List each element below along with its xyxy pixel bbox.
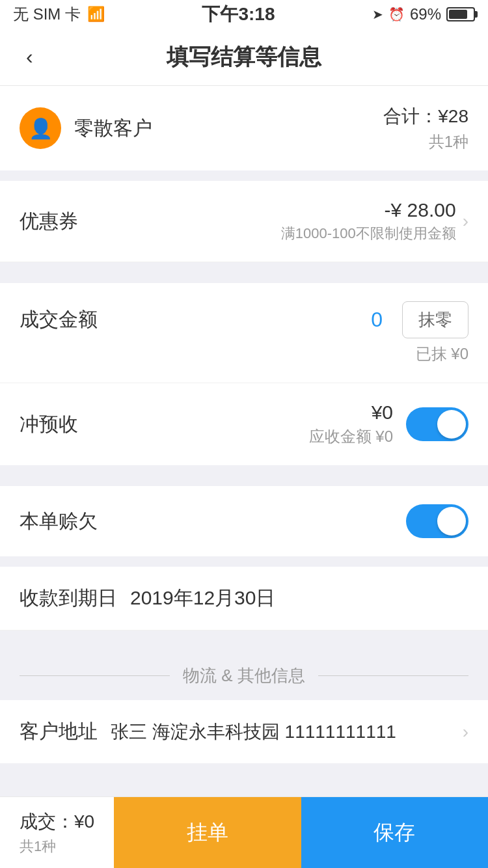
due-date-row: 收款到期日 2019年12月30日: [20, 585, 468, 612]
address-chevron-icon: ›: [463, 722, 468, 742]
divider-line-left: [20, 675, 170, 676]
bottom-deal-label: 成交：: [20, 811, 74, 832]
address-value: 张三 海淀永丰科技园 11111111111: [111, 720, 463, 744]
coupon-row[interactable]: 优惠券 -¥ 28.00 满1000-100不限制使用金额 ›: [0, 181, 488, 262]
sim-status: 无 SIM 卡: [13, 4, 81, 25]
already-rounded: 已抹 ¥0: [20, 344, 468, 364]
wifi-icon: 📶: [87, 6, 105, 23]
prepay-amount: ¥0: [309, 401, 393, 424]
customer-left: 👤 零散客户: [20, 107, 152, 149]
coupon-label: 优惠券: [20, 208, 78, 235]
coupon-desc: 满1000-100不限制使用金额: [281, 224, 456, 243]
location-icon: ➤: [372, 7, 383, 22]
address-section[interactable]: 客户地址 张三 海淀永丰科技园 11111111111 ›: [0, 700, 488, 763]
customer-right: 合计：¥28 共1种: [383, 104, 468, 152]
prepay-toggle[interactable]: [406, 407, 468, 441]
chevron-right-icon: ›: [463, 211, 468, 232]
due-date-section: 收款到期日 2019年12月30日: [0, 567, 488, 631]
due-date-value: 2019年12月30日: [130, 585, 275, 612]
coupon-amount: -¥ 28.00: [281, 199, 456, 221]
prepay-row-inner: 冲预收 ¥0 应收金额 ¥0: [20, 401, 468, 447]
due-date-label: 收款到期日: [20, 585, 117, 612]
customer-name: 零散客户: [74, 115, 152, 142]
bottom-actions: 挂单 保存: [114, 797, 488, 868]
coupon-section[interactable]: 优惠券 -¥ 28.00 满1000-100不限制使用金额 ›: [0, 181, 488, 262]
logistics-label: 物流 & 其他信息: [183, 664, 305, 687]
separator-2: [0, 476, 488, 486]
debit-toggle[interactable]: [406, 504, 468, 538]
content: 👤 零散客户 合计：¥28 共1种 优惠券 -¥ 28.00 满1000-100…: [0, 86, 488, 858]
separator-1: [0, 273, 488, 283]
status-right: ➤ ⏰ 69%: [372, 5, 475, 23]
save-button[interactable]: 保存: [301, 797, 488, 868]
address-label: 客户地址: [20, 718, 98, 745]
prepay-row: 冲预收 ¥0 应收金额 ¥0: [0, 383, 488, 465]
bottom-deal-row: 成交：¥0: [20, 809, 94, 834]
round-button[interactable]: 抹零: [402, 301, 468, 338]
total-count: 共1种: [383, 131, 468, 152]
back-button[interactable]: ‹: [20, 38, 40, 75]
debit-toggle-knob: [437, 507, 466, 536]
status-bar: 无 SIM 卡 📶 下午3:18 ➤ ⏰ 69%: [0, 0, 488, 29]
bottom-bar: 成交：¥0 共1种 挂单 保存: [0, 796, 488, 868]
hold-button[interactable]: 挂单: [114, 797, 301, 868]
status-time: 下午3:18: [202, 2, 275, 27]
prepay-right: ¥0 应收金额 ¥0: [309, 401, 468, 447]
battery-icon: [446, 7, 475, 21]
toggle-knob: [437, 410, 466, 439]
debit-section: 本单赊欠: [0, 486, 488, 556]
total-amount: 合计：¥28: [383, 104, 468, 129]
avatar: 👤: [20, 107, 61, 149]
transaction-amount-row: 成交金额 0 抹零 已抹 ¥0: [0, 283, 488, 383]
avatar-icon: 👤: [29, 117, 53, 140]
alarm-icon: ⏰: [388, 7, 405, 22]
bottom-deal-amount: ¥0: [74, 811, 94, 832]
transaction-value[interactable]: 0: [371, 308, 383, 332]
separator-3: [0, 641, 488, 651]
bottom-count: 共1种: [20, 837, 94, 856]
logistics-divider: 物流 & 其他信息: [0, 651, 488, 700]
coupon-info: -¥ 28.00 满1000-100不限制使用金额: [281, 199, 456, 243]
transaction-section: 成交金额 0 抹零 已抹 ¥0 冲预收 ¥0 应收金额 ¥0: [0, 283, 488, 465]
debit-label: 本单赊欠: [20, 508, 98, 535]
customer-row: 👤 零散客户 合计：¥28 共1种: [0, 86, 488, 170]
page-title: 填写结算等信息: [167, 42, 321, 72]
prepay-info: ¥0 应收金额 ¥0: [309, 401, 393, 447]
coupon-right: -¥ 28.00 满1000-100不限制使用金额 ›: [281, 199, 468, 243]
transaction-label: 成交金额: [20, 306, 98, 333]
nav-bar: ‹ 填写结算等信息: [0, 29, 488, 86]
prepay-sub: 应收金额 ¥0: [309, 426, 393, 447]
battery-pct: 69%: [410, 5, 441, 23]
divider-line-right: [318, 675, 468, 676]
bottom-summary: 成交：¥0 共1种: [0, 809, 114, 856]
transaction-row-main: 成交金额 0 抹零: [20, 301, 468, 338]
status-left: 无 SIM 卡 📶: [13, 4, 105, 25]
transaction-right: 0 抹零: [371, 301, 468, 338]
prepay-label: 冲预收: [20, 411, 78, 438]
